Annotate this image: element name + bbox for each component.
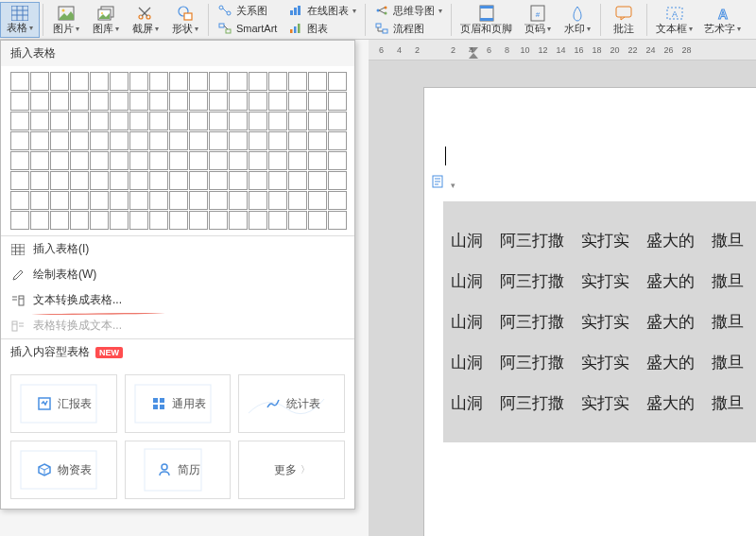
grid-cell[interactable]: [209, 191, 228, 210]
grid-cell[interactable]: [229, 112, 248, 130]
grid-cell[interactable]: [189, 171, 208, 190]
grid-cell[interactable]: [328, 72, 347, 91]
grid-cell[interactable]: [268, 72, 287, 91]
grid-cell[interactable]: [30, 72, 49, 91]
grid-cell[interactable]: [169, 171, 188, 190]
grid-cell[interactable]: [30, 151, 49, 170]
grid-cell[interactable]: [209, 112, 228, 130]
template-report[interactable]: 汇报表: [10, 374, 117, 433]
grid-cell[interactable]: [10, 171, 29, 190]
smartart-button[interactable]: SmartArt: [212, 20, 283, 37]
page-options-icon[interactable]: ▾: [432, 175, 455, 191]
grid-cell[interactable]: [50, 211, 69, 230]
comment-button[interactable]: 批注: [604, 2, 644, 38]
grid-cell[interactable]: [10, 211, 29, 230]
table-button[interactable]: 表格▾: [0, 2, 40, 38]
grid-cell[interactable]: [328, 151, 347, 170]
draw-table-menu-item[interactable]: 绘制表格(W): [1, 262, 354, 287]
grid-cell[interactable]: [149, 191, 168, 210]
grid-cell[interactable]: [70, 72, 89, 91]
grid-cell[interactable]: [129, 171, 148, 190]
grid-cell[interactable]: [129, 211, 148, 230]
text-cell[interactable]: 撒旦: [712, 230, 744, 251]
grid-cell[interactable]: [169, 211, 188, 230]
grid-cell[interactable]: [189, 72, 208, 91]
horizontal-ruler[interactable]: 642246810121416182022242628: [369, 40, 756, 61]
text-cell[interactable]: 阿三打撒: [500, 270, 564, 292]
grid-cell[interactable]: [50, 131, 69, 150]
shapes-button[interactable]: 形状▾: [165, 2, 205, 38]
grid-cell[interactable]: [30, 112, 49, 130]
text-row[interactable]: 山洞阿三打撒实打实盛大的撒旦: [451, 220, 756, 261]
grid-cell[interactable]: [149, 131, 168, 150]
grid-cell[interactable]: [70, 171, 89, 190]
grid-cell[interactable]: [249, 112, 267, 130]
grid-cell[interactable]: [30, 171, 49, 190]
grid-cell[interactable]: [110, 72, 129, 91]
grid-cell[interactable]: [149, 171, 168, 190]
grid-cell[interactable]: [129, 151, 148, 170]
grid-cell[interactable]: [50, 92, 69, 111]
grid-cell[interactable]: [30, 92, 49, 111]
grid-cell[interactable]: [129, 112, 148, 130]
grid-cell[interactable]: [70, 151, 89, 170]
grid-cell[interactable]: [50, 191, 69, 210]
grid-cell[interactable]: [308, 92, 327, 111]
grid-cell[interactable]: [229, 211, 248, 230]
grid-cell[interactable]: [288, 72, 307, 91]
grid-cell[interactable]: [110, 131, 129, 150]
text-cell[interactable]: 盛大的: [646, 352, 695, 373]
text-to-table-menu-item[interactable]: 文本转换成表格...: [1, 287, 354, 313]
template-more[interactable]: 更多〉: [238, 441, 345, 499]
text-row[interactable]: 山洞阿三打撒实打实盛大的撒旦: [451, 261, 756, 302]
grid-cell[interactable]: [90, 72, 109, 91]
gallery-button[interactable]: 图库▾: [86, 2, 126, 38]
grid-cell[interactable]: [229, 151, 248, 170]
grid-cell[interactable]: [308, 171, 327, 190]
grid-cell[interactable]: [189, 112, 208, 130]
grid-cell[interactable]: [268, 131, 287, 150]
grid-cell[interactable]: [288, 151, 307, 170]
grid-cell[interactable]: [50, 171, 69, 190]
grid-cell[interactable]: [30, 211, 49, 230]
grid-cell[interactable]: [169, 72, 188, 91]
template-stats[interactable]: 统计表: [238, 374, 345, 433]
pagenum-button[interactable]: # 页码▾: [518, 2, 558, 38]
template-resume[interactable]: 简历: [125, 441, 232, 499]
text-cell[interactable]: 撒旦: [712, 392, 744, 414]
textbox-button[interactable]: A 文本框▾: [650, 2, 698, 38]
text-cell[interactable]: 实打实: [581, 352, 629, 373]
grid-cell[interactable]: [50, 72, 69, 91]
grid-cell[interactable]: [149, 151, 168, 170]
image-button[interactable]: 图片▾: [46, 2, 86, 38]
template-material[interactable]: 物资表: [10, 441, 117, 499]
grid-cell[interactable]: [10, 131, 29, 150]
text-cell[interactable]: 阿三打撒: [500, 311, 564, 333]
header-footer-button[interactable]: 页眉和页脚: [455, 2, 518, 38]
grid-cell[interactable]: [189, 191, 208, 210]
grid-cell[interactable]: [169, 151, 188, 170]
grid-cell[interactable]: [149, 112, 168, 130]
text-cell[interactable]: 实打实: [581, 392, 629, 414]
flowchart-button[interactable]: 流程图: [369, 20, 448, 37]
grid-cell[interactable]: [229, 92, 248, 111]
relation-button[interactable]: 关系图: [212, 2, 283, 19]
grid-cell[interactable]: [268, 92, 287, 111]
mindmap-button[interactable]: 思维导图▾: [369, 2, 448, 19]
grid-cell[interactable]: [249, 151, 267, 170]
text-row[interactable]: 山洞阿三打撒实打实盛大的撒旦: [451, 383, 756, 424]
grid-cell[interactable]: [70, 211, 89, 230]
grid-cell[interactable]: [308, 211, 327, 230]
grid-cell[interactable]: [249, 171, 267, 190]
grid-cell[interactable]: [90, 131, 109, 150]
grid-cell[interactable]: [308, 112, 327, 130]
text-cell[interactable]: 盛大的: [646, 270, 695, 292]
text-cell[interactable]: 撒旦: [712, 270, 744, 292]
grid-cell[interactable]: [110, 92, 129, 111]
grid-cell[interactable]: [268, 151, 287, 170]
grid-cell[interactable]: [90, 92, 109, 111]
wordart-button[interactable]: A 艺术字▾: [698, 2, 747, 38]
grid-cell[interactable]: [90, 151, 109, 170]
text-cell[interactable]: 山洞: [451, 311, 483, 333]
text-row[interactable]: 山洞阿三打撒实打实盛大的撒旦: [451, 302, 756, 342]
